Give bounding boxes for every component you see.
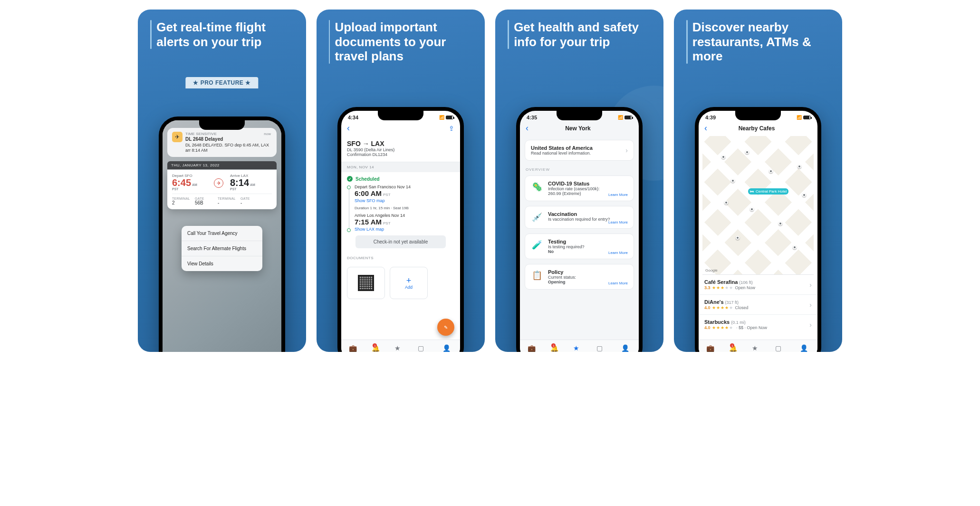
country-subtitle: Read national level information. [531, 151, 593, 156]
route-header: SFO → LAX DL 3590 (Delta Air Lines) Conf… [341, 136, 460, 162]
person-icon: 👤 [800, 345, 808, 351]
map-pin[interactable] [769, 169, 773, 173]
tab-bar: 💼Trips 1🔔Alerts ★Pro ▢Unfiled 👤Account [520, 340, 639, 352]
tab-unfiled[interactable]: ▢Unfiled [594, 345, 605, 352]
chevron-right-icon: › [809, 301, 812, 309]
learn-more-link[interactable]: Learn More [608, 220, 628, 224]
tab-trips[interactable]: 💼Trips [528, 345, 536, 352]
star-rating: ★★★★★ [712, 285, 733, 290]
tab-pro[interactable]: ★Pro [394, 345, 401, 352]
notification-title: DL 2648 Delayed [185, 136, 272, 143]
poi-row-cafe-serafina[interactable]: Café Serafina(106 ft) 3.3★★★★★Open Now › [699, 275, 817, 295]
chevron-right-icon: › [809, 281, 812, 289]
tab-account[interactable]: 👤Account [798, 345, 810, 352]
depart-label: Depart San Francisco Nov 14 [355, 185, 454, 189]
battery-icon [803, 116, 811, 119]
action-search-alt-flights[interactable]: Search For Alternate Flights [182, 241, 262, 256]
learn-more-link[interactable]: Learn More [608, 281, 628, 285]
map-pin[interactable] [778, 222, 782, 225]
hotel-map-pin[interactable]: 🛏Central Park Hotel [748, 188, 788, 195]
add-document-tile[interactable]: +Add [390, 267, 428, 299]
airline-label: DL 3590 (Delta Air Lines) [347, 147, 454, 152]
plane-icon: ✈ [214, 178, 223, 188]
covid-status-card[interactable]: 🦠 COVID-19 Status Infection rate (cases/… [525, 175, 634, 201]
country-info-card[interactable]: United States of America Read national l… [525, 140, 634, 161]
push-notification-card[interactable]: now ✈︎ TIME SENSITIVE DL 2648 Delayed DL… [167, 128, 277, 157]
phone-notch [735, 111, 781, 120]
tab-account[interactable]: 👤Account [441, 345, 452, 352]
wifi-icon: 📶 [618, 115, 623, 120]
show-lax-map-link[interactable]: Show LAX map [355, 227, 454, 232]
phone-mockup: 4:35 📶 ‹ New York United States of Ameri… [516, 107, 643, 352]
testing-card[interactable]: 🧪 Testing Is testing required? No Learn … [525, 234, 634, 259]
promo-panel-1: Get real-time flight alerts on your trip… [138, 10, 306, 352]
checkin-status-pill: Check-in not yet available [355, 235, 446, 248]
screen-title: Nearby Cafes [739, 125, 775, 132]
test-tube-icon: 🧪 [531, 239, 543, 251]
confirmation-label: Confirmation DL1234 [347, 152, 454, 157]
vaccination-card[interactable]: 💉 Vaccination Is vaccination required fo… [525, 206, 634, 229]
headline-accent-bar [329, 20, 330, 64]
promo-panel-4: Discover nearby restaurants, ATMs & more… [674, 10, 842, 352]
back-button[interactable]: ‹ [704, 123, 707, 133]
poi-row-starbucks[interactable]: Starbucks(0.1 mi) 4.0★★★★★ · $$ · Open N… [699, 315, 817, 334]
depart-time: 6:45 [172, 177, 191, 188]
timeline-dot-depart [347, 185, 351, 189]
tab-trips[interactable]: 💼Trips [706, 345, 714, 352]
flight-card[interactable]: Depart SFO 6:45AMPST ✈ Arrive LAX 8:14AM… [167, 170, 277, 209]
phone-mockup: 4:39 📶 ‹ Nearby Cafes 🛏Central Park Hote… [695, 107, 821, 352]
map-pin[interactable] [797, 165, 801, 168]
panel-headline: Upload important documents to your trave… [335, 20, 475, 64]
tab-alerts[interactable]: 1🔔Alerts [550, 345, 559, 352]
map-pin[interactable] [802, 193, 806, 197]
battery-icon [446, 116, 453, 119]
map-pin[interactable] [736, 236, 740, 240]
map-view[interactable]: 🛏Central Park Hotel Google [702, 136, 814, 275]
map-pin[interactable] [724, 201, 728, 204]
action-view-details[interactable]: View Details [182, 256, 262, 271]
edit-fab-button[interactable]: ✎ [437, 319, 454, 336]
learn-more-link[interactable]: Learn More [608, 193, 628, 197]
promo-panel-2: Upload important documents to your trave… [317, 10, 485, 352]
tab-pro[interactable]: ★Pro [752, 345, 758, 352]
show-sfo-map-link[interactable]: Show SFO map [355, 198, 454, 203]
status-time: 4:35 [527, 115, 537, 120]
tab-alerts[interactable]: 1🔔Alerts [729, 345, 738, 352]
briefcase-icon: 💼 [349, 345, 357, 351]
poi-row-dianes[interactable]: DiAne's(317 ft) 4.0★★★★★Closed › [699, 295, 817, 315]
policy-card[interactable]: 📋 Policy Current status: Opening Learn M… [525, 264, 634, 290]
plus-icon: + [406, 276, 412, 285]
tab-trips[interactable]: 💼Trips [349, 345, 357, 352]
flight-status-scheduled: ✓Scheduled [347, 176, 454, 182]
clipboard-icon: ▢ [775, 345, 781, 351]
action-call-agency[interactable]: Call Your Travel Agency [182, 226, 262, 241]
map-pin[interactable] [745, 150, 749, 154]
phone-mockup: 4:34 📶 ‹ ⇪ SFO → LAX DL 3590 (Delta Air … [337, 107, 464, 352]
phone-notch [557, 111, 602, 120]
date-strip: THU, JANUARY 13, 2022 [167, 161, 277, 169]
tab-unfiled[interactable]: ▢Unfiled [415, 345, 426, 352]
map-pin[interactable] [750, 207, 754, 211]
share-button[interactable]: ⇪ [449, 125, 454, 132]
star-icon: ★ [573, 345, 579, 351]
app-icon: ✈︎ [172, 132, 183, 142]
map-pin[interactable] [731, 179, 735, 183]
wifi-icon: 📶 [797, 115, 802, 120]
learn-more-link[interactable]: Learn More [608, 251, 628, 255]
document-tile-boarding-pass[interactable] [347, 267, 385, 299]
back-button[interactable]: ‹ [526, 123, 528, 133]
date-section-header: MON, NOV 14 [341, 162, 460, 172]
phone-screen: 4:35 📶 ‹ New York United States of Ameri… [520, 111, 639, 352]
map-pin[interactable] [793, 245, 797, 249]
clipboard-icon: ▢ [418, 345, 424, 351]
pro-feature-ribbon: ★ PRO FEATURE ★ [185, 77, 258, 88]
tab-account[interactable]: 👤Account [619, 345, 631, 352]
tab-unfiled[interactable]: ▢Unfiled [773, 345, 783, 352]
back-button[interactable]: ‹ [347, 123, 350, 133]
notification-timestamp: now [264, 132, 271, 136]
tab-pro[interactable]: ★Pro [573, 345, 579, 352]
tab-alerts[interactable]: 1🔔Alerts [372, 345, 380, 352]
google-attribution: Google [705, 268, 718, 272]
phone-notch [199, 120, 245, 130]
map-pin[interactable] [721, 155, 725, 159]
